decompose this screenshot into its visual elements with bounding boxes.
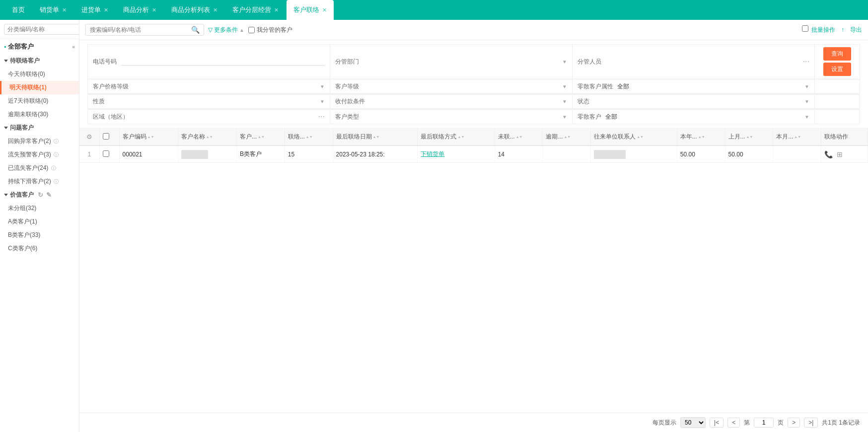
nav-analysis[interactable]: 商品分析 ✕ xyxy=(116,0,163,20)
nav-home[interactable]: 首页 xyxy=(5,0,32,20)
td-actions: 📞 ⊞ xyxy=(821,145,868,163)
bulk-actions-checkbox: 批量操作 xyxy=(802,25,835,34)
value-edit-icon[interactable]: ✎ xyxy=(46,191,52,199)
nav-customer-tier[interactable]: 客户分层经营 ✕ xyxy=(225,0,286,20)
th-contacts[interactable]: 联络... ▲▼ xyxy=(285,129,333,145)
filter-scattered-label: 零散客户 xyxy=(578,113,601,121)
pending-expand-icon[interactable] xyxy=(4,60,8,62)
th-this-month[interactable]: 本月... ▲▼ xyxy=(773,129,821,145)
th-last-contact-method[interactable]: 最后联络方式 ▲▼ xyxy=(418,129,495,145)
nav-customer-contact-close[interactable]: ✕ xyxy=(322,7,327,13)
nav-analysis-list[interactable]: 商品分析列表 ✕ xyxy=(164,0,224,20)
table-area: ⚙ 客户编码 ▲▼ 客户名称 xyxy=(79,129,868,413)
sidebar-item-tomorrow-pending[interactable]: 明天待联络(1) xyxy=(0,81,79,94)
th-type[interactable]: 客户... ▲▼ xyxy=(237,129,285,145)
sidebar-collapse-icon[interactable]: « xyxy=(72,44,75,50)
th-this-year[interactable]: 本年... ▲▼ xyxy=(677,129,725,145)
td-this-year: 50.00 xyxy=(677,145,725,163)
sidebar-item-today-pending[interactable]: 今天待联络(0) xyxy=(0,68,79,81)
sidebar-item-churn-warning[interactable]: 流失预警客户(3) ⓘ xyxy=(0,148,79,161)
th-company-contacts[interactable]: 往来单位联系人 ▲▼ xyxy=(591,129,677,145)
nav-customer-contact[interactable]: 客户联络 ✕ xyxy=(287,0,334,20)
th-last-month[interactable]: 上月... ▲▼ xyxy=(725,129,773,145)
query-btn[interactable]: 查询 xyxy=(823,47,851,61)
bulk-actions-label[interactable]: 批量操作 xyxy=(811,26,835,33)
search-icon[interactable]: 🔍 xyxy=(191,26,200,34)
row-checkbox[interactable] xyxy=(103,150,109,157)
value-refresh-icon[interactable]: ↻ xyxy=(38,191,43,199)
filter-cell-person: 分管人员 ··· xyxy=(573,45,815,78)
td-name: Ea xyxy=(178,145,236,163)
info-icon-1: ⓘ xyxy=(54,152,59,157)
sidebar-item-churned[interactable]: 已流失客户(24) ⓘ xyxy=(0,161,79,175)
sidebar-item-ungrouped[interactable]: 未分组(32) xyxy=(0,202,79,215)
filter-cell-dept: 分管部门 ▼ xyxy=(330,45,573,78)
per-page-select[interactable]: 50 100 200 xyxy=(680,417,706,428)
filter-level-label: 客户等级 xyxy=(335,82,359,91)
nav-customer-tier-close[interactable]: ✕ xyxy=(274,7,279,13)
th-overdue[interactable]: 逾期... ▲▼ xyxy=(543,129,591,145)
nav-purchase[interactable]: 进货单 ✕ xyxy=(74,0,115,20)
sidebar-item-repurchase-label: 回购异常客户(2) xyxy=(8,138,51,144)
pagination-last-btn[interactable]: >| xyxy=(804,418,818,428)
pagination-prev-btn[interactable]: < xyxy=(727,418,740,428)
nav-analysis-label: 商品分析 xyxy=(123,5,149,14)
sidebar-item-repurchase-anomaly[interactable]: 回购异常客户(2) ⓘ xyxy=(0,135,79,148)
row-last-contact-method[interactable]: 下销货单 xyxy=(421,150,444,157)
sidebar-item-a-class[interactable]: A类客户(1) xyxy=(0,215,79,228)
th-last-contact-method-sort-icon: ▲▼ xyxy=(457,135,464,139)
filter-scattered-arrow[interactable]: ▼ xyxy=(804,114,809,120)
filter-phone-input[interactable] xyxy=(121,58,325,66)
filter-price-level-label: 客户价格等级 xyxy=(93,82,129,91)
sidebar-item-7days-pending[interactable]: 近7天待联络(0) xyxy=(0,94,79,108)
my-customers-checkbox[interactable]: 我分管的客户 xyxy=(248,26,292,34)
sidebar-item-b-class[interactable]: B类客户(33) xyxy=(0,228,79,242)
info-icon-3: ⓘ xyxy=(54,179,59,184)
nav-analysis-list-close[interactable]: ✕ xyxy=(213,7,217,13)
bulk-checkbox[interactable] xyxy=(802,25,808,32)
problem-expand-icon[interactable] xyxy=(4,127,8,129)
th-overdue-sort-icon: ▲▼ xyxy=(564,135,571,139)
filter-more-btn[interactable]: ▽ 更多条件 ▲ xyxy=(208,26,244,34)
search-bar: 🔍 ▽ 更多条件 ▲ 我分管的客户 批量操作 ↑ 导出 xyxy=(79,20,868,40)
sidebar-item-overdue-pending[interactable]: 逾期未联络(30) xyxy=(0,108,79,121)
th-not-contacted[interactable]: 未联... ▲▼ xyxy=(495,129,543,145)
my-customers-check[interactable] xyxy=(248,27,255,33)
th-contacts-label: 联络... xyxy=(288,133,305,141)
th-last-contact-date[interactable]: 最后联络日期 ▲▼ xyxy=(333,129,418,145)
action-icon-grid[interactable]: ⊞ xyxy=(837,150,843,158)
row-contacts: 15 xyxy=(288,151,294,158)
select-all-checkbox[interactable] xyxy=(103,133,109,140)
settings-btn[interactable]: 设置 xyxy=(823,63,851,76)
filter-region-dots[interactable]: ··· xyxy=(318,112,325,121)
sidebar-item-c-class[interactable]: C类客户(6) xyxy=(0,242,79,255)
nav-analysis-close[interactable]: ✕ xyxy=(152,7,156,13)
row-company-contacts: xxxx xyxy=(594,150,626,159)
sidebar-pending-label: 待联络客户 xyxy=(10,57,40,65)
filter-scattered-attr-label: 零散客户属性 xyxy=(578,82,613,91)
gear-icon[interactable]: ⚙ xyxy=(86,133,92,141)
pagination-first-btn[interactable]: |< xyxy=(710,418,723,428)
sidebar-item-declining[interactable]: 持续下滑客户(2) ⓘ xyxy=(0,175,79,188)
nav-sales[interactable]: 销货单 ✕ xyxy=(33,0,73,20)
filter-person-dots[interactable]: ··· xyxy=(803,57,809,66)
filter-scattered-attr-arrow[interactable]: ▼ xyxy=(804,84,809,89)
bulk-actions-area: 批量操作 ↑ 导出 xyxy=(802,25,862,34)
th-code[interactable]: 客户编码 ▲▼ xyxy=(119,129,178,145)
nav-sales-close[interactable]: ✕ xyxy=(62,7,67,13)
value-expand-icon[interactable] xyxy=(4,194,8,196)
table-row: 1 000021 Ea B类客户 xyxy=(79,145,868,163)
sidebar-all-customers[interactable]: ▪ 全部客户 « xyxy=(0,39,79,54)
search-input[interactable] xyxy=(90,26,189,33)
export-label[interactable]: 导出 xyxy=(850,26,862,34)
td-company-contacts: xxxx xyxy=(591,145,677,163)
th-last-contact-date-label: 最后联络日期 xyxy=(336,133,372,141)
page-input[interactable] xyxy=(754,418,774,428)
nav-purchase-close[interactable]: ✕ xyxy=(104,7,108,13)
sidebar-item-a-class-label: A类客户(1) xyxy=(8,218,37,225)
pagination-next-btn[interactable]: > xyxy=(788,418,800,428)
export-icon[interactable]: ↑ xyxy=(841,26,844,33)
th-name[interactable]: 客户名称 ▲▼ xyxy=(178,129,236,145)
sidebar-search-input[interactable] xyxy=(4,24,79,35)
action-icon-phone[interactable]: 📞 xyxy=(824,150,833,158)
